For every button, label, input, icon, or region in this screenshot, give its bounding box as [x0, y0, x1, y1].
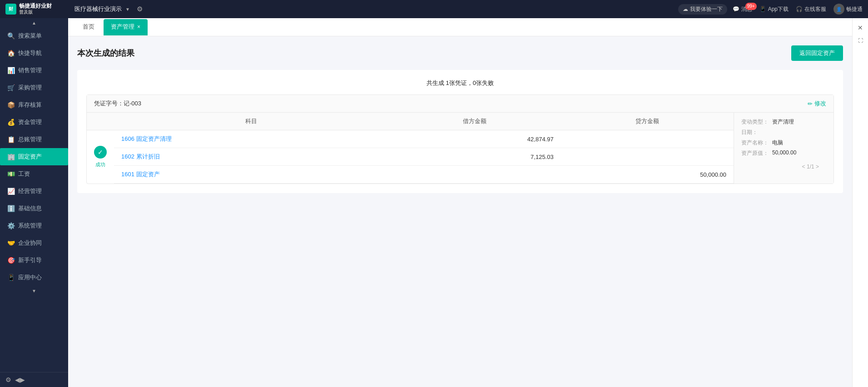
page-title: 本次生成的结果 [77, 48, 134, 59]
change-type-value: 资产清理 [772, 118, 794, 126]
subject-cell: 1606 固定资产清理 [114, 130, 388, 148]
fixed-assets-icon: 🏢 [7, 153, 15, 160]
page-info: 1/1 [807, 164, 816, 170]
credit-col-header: 贷方金额 [561, 113, 734, 130]
sidebar-item-label: 销售管理 [18, 66, 42, 74]
experience-icon: ☁ [683, 6, 688, 12]
sidebar-item-search-menu[interactable]: 🔍 搜索菜单 [0, 27, 68, 45]
sidebar-item-label: 总账管理 [18, 135, 42, 144]
voucher-section: 凭证字号：记-003 ✏ 修改 [86, 94, 834, 184]
panel-controls: ✕ ⛶ [852, 18, 868, 387]
sidebar-item-purchase[interactable]: 🛒 采购管理 [0, 79, 68, 96]
edit-label: 修改 [814, 99, 826, 108]
voucher-header: 凭证字号：记-003 ✏ 修改 [87, 95, 833, 113]
asset-name-value: 电脑 [772, 139, 783, 147]
sidebar-item-finance[interactable]: 💰 资金管理 [0, 114, 68, 131]
online-service-button[interactable]: 🎧 在线客服 [796, 5, 826, 13]
sidebar-item-guide[interactable]: 🎯 新手引导 [0, 252, 68, 269]
voucher-body: 科目 借方金额 贷方金额 ✓ [87, 113, 833, 184]
sidebar-item-system[interactable]: ⚙️ 系统管理 [0, 217, 68, 234]
home-icon: 🏠 [7, 50, 15, 57]
sidebar-item-basic-info[interactable]: ℹ️ 基础信息 [0, 200, 68, 217]
asset-original-row: 资产原值： 50,000.00 [741, 149, 826, 157]
sidebar-item-app-center[interactable]: 📱 应用中心 [0, 269, 68, 286]
logo-text: 畅捷通好业财 [19, 3, 52, 9]
asset-name-row: 资产名称： 电脑 [741, 139, 826, 147]
sidebar-item-payroll[interactable]: 💵 工资 [0, 165, 68, 183]
subject-col-header: 科目 [114, 113, 388, 130]
sidebar-item-label: 新手引导 [18, 256, 42, 264]
sidebar-scroll-up[interactable]: ▲ [0, 18, 68, 27]
sidebar-item-label: 搜索菜单 [18, 32, 42, 40]
user-area[interactable]: 👤 畅捷通 [833, 4, 863, 15]
tab-home[interactable]: 首页 [75, 19, 102, 35]
sidebar-item-label: 工资 [18, 170, 30, 178]
finance-icon: 💰 [7, 119, 15, 126]
app-download-icon: 📱 [759, 6, 766, 12]
online-service-label: 在线客服 [804, 5, 826, 13]
search-icon: 🔍 [7, 32, 15, 40]
tab-bar: 首页 资产管理 × [68, 18, 852, 36]
message-icon: 💬 [733, 6, 739, 12]
pagination: < 1/1 > [741, 160, 826, 174]
sidebar-item-ledger[interactable]: 📋 总账管理 [0, 131, 68, 148]
sidebar-collapse-icon[interactable]: ◀▶ [15, 376, 25, 383]
credit-cell: 50,000.00 [561, 166, 734, 184]
sidebar-item-label: 快捷导航 [18, 49, 42, 57]
expand-panel-icon[interactable]: ⛶ [854, 35, 866, 46]
sidebar-item-fixed-assets[interactable]: 🏢 固定资产 [0, 148, 68, 165]
sidebar-item-enterprise[interactable]: 🤝 企业协同 [0, 234, 68, 252]
change-type-label: 变动类型： [741, 118, 769, 126]
ledger-icon: 📋 [7, 136, 15, 143]
sidebar-item-quick-nav[interactable]: 🏠 快捷导航 [0, 45, 68, 62]
sidebar-item-inventory[interactable]: 📦 库存核算 [0, 96, 68, 114]
table-row: 1601 固定资产 50,000.00 [87, 166, 734, 184]
edit-button[interactable]: ✏ 修改 [808, 99, 826, 108]
side-panel: 变动类型： 资产清理 日期： 资产名称： 电脑 [734, 113, 833, 184]
operations-icon: 📈 [7, 188, 15, 195]
debit-col-header: 借方金额 [388, 113, 560, 130]
voucher-id: 凭证字号：记-003 [94, 99, 141, 108]
message-badge: 99+ [745, 3, 757, 10]
message-button[interactable]: 💬 消息 99+ [733, 5, 752, 13]
app-center-icon: 📱 [7, 274, 15, 281]
sidebar-item-label: 经营管理 [18, 187, 42, 195]
main-layout: ▲ 🔍 搜索菜单 🏠 快捷导航 📊 销售管理 🛒 采购管理 📦 库存核算 💰 资… [0, 18, 868, 387]
sales-icon: 📊 [7, 67, 15, 74]
app-download-button[interactable]: 📱 App下载 [759, 5, 789, 13]
settings-icon[interactable]: ⚙ [5, 376, 11, 383]
debit-cell [388, 166, 560, 184]
success-icon: ✓ [94, 146, 107, 159]
subject-cell: 1601 固定资产 [114, 166, 388, 184]
status-cell: ✓ 成功 [87, 130, 114, 184]
system-icon: ⚙️ [7, 222, 15, 229]
top-header: 财 畅捷通好业财 普及版 医疗器械行业演示 ▼ ⚙ ☁ 我要体验一下 💬 消息 … [0, 0, 868, 18]
sidebar-scroll-down[interactable]: ▼ [0, 286, 68, 295]
logo-sub: 普及版 [19, 9, 52, 15]
close-panel-icon[interactable]: ✕ [854, 22, 866, 34]
next-page-icon[interactable]: > [816, 164, 819, 170]
sidebar-item-label: 系统管理 [18, 222, 42, 230]
workspace-selector[interactable]: 医疗器械行业演示 ▼ ⚙ [74, 3, 673, 15]
sidebar: ▲ 🔍 搜索菜单 🏠 快捷导航 📊 销售管理 🛒 采购管理 📦 库存核算 💰 资… [0, 18, 68, 387]
user-avatar: 👤 [833, 4, 844, 15]
logo-area: 财 畅捷通好业财 普及版 [5, 3, 69, 15]
prev-page-icon[interactable]: < [802, 164, 805, 170]
sidebar-item-operations[interactable]: 📈 经营管理 [0, 183, 68, 200]
summary-card: 共生成 1张凭证，0张失败 凭证字号：记-003 ✏ 修改 [77, 70, 843, 193]
sidebar-item-sales[interactable]: 📊 销售管理 [0, 62, 68, 79]
sidebar-item-label: 基础信息 [18, 204, 42, 213]
workspace-settings-icon[interactable]: ⚙ [134, 3, 146, 15]
tab-asset-management[interactable]: 资产管理 × [104, 19, 148, 35]
tab-close-icon[interactable]: × [137, 24, 140, 30]
debit-cell: 7,125.03 [388, 148, 560, 166]
credit-cell [561, 148, 734, 166]
experience-button[interactable]: ☁ 我要体验一下 [678, 4, 727, 15]
sidebar-item-label: 固定资产 [18, 153, 42, 161]
back-to-fixed-assets-button[interactable]: 返回固定资产 [791, 45, 843, 61]
page-content: 本次生成的结果 返回固定资产 共生成 1张凭证，0张失败 凭证字号：记-003 … [68, 36, 852, 387]
sidebar-item-label: 企业协同 [18, 239, 42, 247]
debit-cell: 42,874.97 [388, 130, 560, 148]
basic-info-icon: ℹ️ [7, 205, 15, 212]
page-header: 本次生成的结果 返回固定资产 [77, 45, 843, 61]
